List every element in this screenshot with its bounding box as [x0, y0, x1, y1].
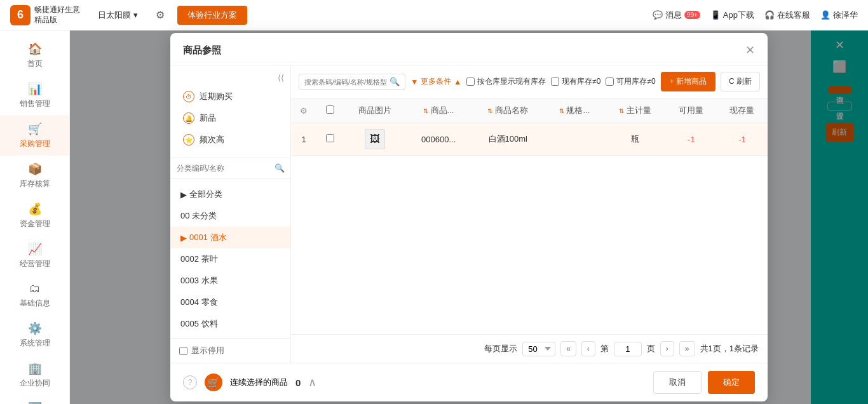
sidebar-label-business: 经营管理	[20, 259, 50, 269]
left-nav-new[interactable]: 🔔 新品	[177, 108, 284, 128]
sort-icon-spec: ⇅	[559, 107, 564, 114]
check-available-nonzero-filter[interactable]: 可用库存≠0	[606, 76, 655, 87]
page-label: 第	[600, 343, 609, 354]
sidebar-item-finance[interactable]: 💰 资金管理	[0, 196, 69, 236]
category-0001-label: 0001 酒水	[189, 232, 227, 243]
settings-button[interactable]: ⚙	[151, 6, 170, 24]
left-nav-frequent[interactable]: ⭐ 频次高	[177, 130, 284, 150]
sidebar-item-inventory[interactable]: 📦 库存核算	[0, 156, 69, 196]
confirm-button[interactable]: 确定	[708, 371, 755, 394]
per-page-select[interactable]: 50 100	[522, 342, 555, 356]
category-list: ▶ 全部分类 00 未分类 ▶ 0001 酒水 0002 茶	[170, 178, 290, 338]
phone-icon: 📱	[710, 10, 721, 20]
new-icon: 🔔	[183, 112, 194, 124]
select-all-checkbox[interactable]	[326, 105, 334, 114]
right-toolbar: 🔍 ▼ 更多条件 ▲ 按仓库显示现有库存	[291, 65, 768, 98]
category-search-input[interactable]	[177, 164, 272, 173]
th-code[interactable]: ⇅ 商品...	[406, 98, 471, 123]
main-content: ✕ ⬜ 查询 设置 刷新 商品参照 ✕	[70, 30, 868, 404]
collapse-footer-icon[interactable]: ∧	[308, 375, 316, 389]
per-page-label: 每页显示	[484, 343, 517, 354]
purchase-icon: 🛒	[28, 122, 42, 136]
table-row[interactable]: 1 🖼 000600... 白酒100ml 瓶	[291, 123, 768, 156]
th-settings[interactable]: ⚙	[291, 98, 316, 123]
category-0004[interactable]: 0004 零食	[170, 292, 290, 313]
th-name[interactable]: ⇅ 商品名称	[471, 98, 545, 123]
prev-page-button[interactable]: ‹	[581, 341, 595, 356]
stock-nonzero-label: 现有库存≠0	[562, 76, 600, 87]
category-all[interactable]: ▶ 全部分类	[170, 184, 290, 205]
cancel-button[interactable]: 取消	[653, 371, 702, 394]
show-disabled-checkbox[interactable]	[179, 347, 187, 355]
user-avatar[interactable]: 👤 徐泽华	[820, 10, 858, 21]
app-download-item[interactable]: 📱 App下载	[710, 10, 754, 21]
category-0005[interactable]: 0005 饮料	[170, 313, 290, 335]
sidebar-item-purchase[interactable]: 🛒 采购管理	[0, 116, 69, 156]
inventory-icon: 📦	[28, 162, 42, 176]
row-select-checkbox[interactable]	[326, 134, 334, 142]
product-search-input[interactable]	[304, 78, 387, 86]
help-icon[interactable]: ?	[183, 375, 197, 389]
category-0002[interactable]: 0002 茶叶	[170, 248, 290, 270]
sidebar-item-system[interactable]: ⚙️ 系统管理	[0, 315, 69, 355]
th-spec[interactable]: ⇅ 规格...	[545, 98, 604, 123]
modal-close-button[interactable]: ✕	[745, 43, 755, 57]
next-page-button[interactable]: ›	[660, 341, 674, 356]
online-service-item[interactable]: 🎧 在线客服	[764, 10, 810, 21]
row-name: 白酒100ml	[471, 123, 545, 156]
category-00[interactable]: 00 未分类	[170, 205, 290, 227]
sidebar-item-sales[interactable]: 📊 销售管理	[0, 76, 69, 116]
sort-icon-code: ⇅	[423, 107, 428, 114]
th-image: 商品图片	[343, 98, 406, 123]
logo-text: 畅捷通好生意精品版	[34, 5, 80, 25]
page-suffix: 页	[647, 343, 655, 354]
modal-overlay: 商品参照 ✕ ⟨⟨ ⏱ 近期购买	[70, 30, 868, 404]
messages-label: 消息	[665, 10, 682, 21]
more-filter-button[interactable]: ▼ 更多条件 ▲	[410, 76, 461, 87]
collapse-left-button[interactable]: ⟨⟨	[278, 73, 284, 83]
finance-icon: 💰	[28, 202, 42, 216]
app-download-label: App下载	[723, 10, 754, 21]
try-industry-button[interactable]: 体验行业方案	[177, 6, 247, 25]
sidebar-item-home[interactable]: 🏠 首页	[0, 36, 69, 76]
show-disabled-label: 显示停用	[191, 345, 224, 356]
th-checkbox[interactable]	[316, 98, 343, 123]
category-0003[interactable]: 0003 水果	[170, 270, 290, 292]
last-page-button[interactable]: »	[679, 341, 695, 356]
home-icon: 🏠	[28, 42, 42, 56]
sidebar-item-basic[interactable]: 🗂 基础信息	[0, 276, 69, 315]
total-label: 共1页，1条记录	[700, 343, 759, 354]
frequent-icon: ⭐	[183, 134, 194, 145]
first-page-button[interactable]: «	[560, 341, 576, 356]
new-label: 新品	[200, 112, 216, 124]
warehouse-checkbox[interactable]	[466, 77, 475, 86]
cart-icon[interactable]: 🛒	[205, 374, 222, 391]
category-0004-label: 0004 零食	[180, 297, 218, 308]
category-0001[interactable]: ▶ 0001 酒水	[170, 227, 290, 248]
row-code: 000600...	[406, 123, 471, 156]
add-product-button[interactable]: + 新增商品	[661, 72, 715, 91]
page-input[interactable]	[614, 342, 642, 356]
check-stock-nonzero-filter[interactable]: 现有库存≠0	[551, 76, 600, 87]
chevron-down-icon: ▾	[133, 10, 138, 20]
row-checkbox[interactable]	[316, 123, 343, 156]
modal-footer: ? 🛒 连续选择的商品 0 ∧ 取消 确定	[170, 363, 768, 401]
category-search: 🔍	[170, 158, 290, 178]
left-nav-recent[interactable]: ⏱ 近期购买	[177, 86, 284, 107]
th-unit[interactable]: ⇅ 主计量	[604, 98, 666, 123]
row-unit: 瓶	[604, 123, 666, 156]
stock-nonzero-checkbox[interactable]	[551, 77, 559, 86]
messages-nav-item[interactable]: 💬 消息 99	[653, 10, 700, 21]
product-search-box: 🔍	[299, 74, 405, 90]
sidebar-item-collab[interactable]: 🏢 企业协同	[0, 355, 69, 395]
sidebar-item-guide[interactable]: 🆕 新手引导	[0, 395, 69, 404]
category-0002-label: 0002 茶叶	[180, 253, 218, 265]
refresh-button[interactable]: C 刷新	[721, 72, 760, 91]
available-nonzero-checkbox[interactable]	[606, 77, 614, 86]
message-icon: 💬	[653, 10, 663, 20]
check-warehouse-filter[interactable]: 按仓库显示现有库存	[466, 76, 546, 87]
sidebar-item-business[interactable]: 📈 经营管理	[0, 236, 69, 276]
headset-icon: 🎧	[764, 10, 775, 20]
nav-dropdown-industry[interactable]: 日太阳膜 ▾	[93, 7, 143, 24]
row-num: 1	[291, 123, 316, 156]
